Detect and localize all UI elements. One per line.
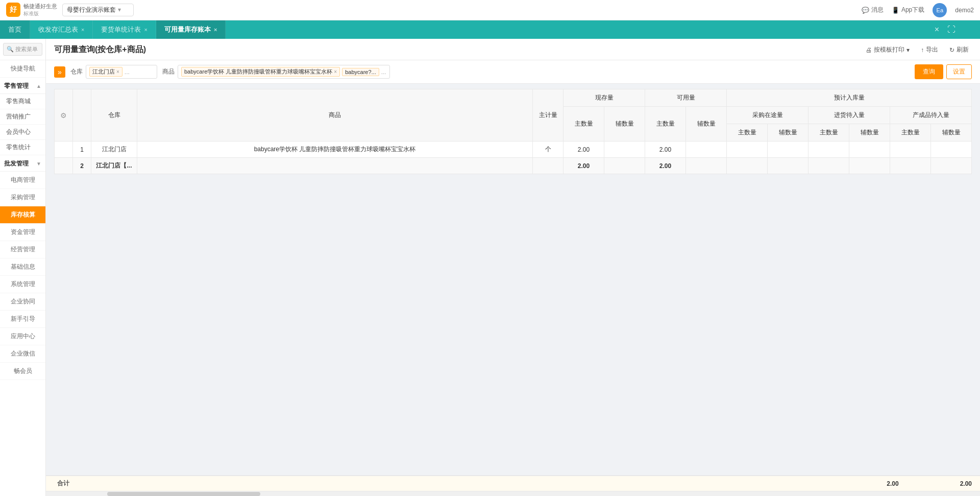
sidebar-item-retail-stats[interactable]: 零售统计 bbox=[0, 140, 45, 155]
sidebar-section-wholesale[interactable]: 批发管理 ▼ bbox=[0, 155, 45, 172]
filter-expand-button[interactable]: » bbox=[54, 66, 65, 78]
tab-home[interactable]: 首页 bbox=[0, 20, 30, 39]
tab-available-stock[interactable]: 可用量库存账本 × bbox=[156, 20, 226, 39]
col-current-main-header: 主数量 bbox=[564, 107, 604, 141]
row2-purchase-aux bbox=[768, 158, 808, 174]
sidebar-item-business[interactable]: 经营管理 bbox=[0, 241, 45, 258]
messages-label: 消息 bbox=[871, 6, 884, 14]
sidebar-item-member[interactable]: 畅会员 bbox=[0, 363, 45, 380]
sidebar-item-purchase[interactable]: 采购管理 bbox=[0, 189, 45, 206]
tab-order-stats-close[interactable]: × bbox=[144, 27, 147, 33]
logo-text: 畅捷通好生意 bbox=[23, 3, 57, 10]
row1-incoming-aux bbox=[849, 141, 890, 158]
row2-available-main: 2.00 bbox=[645, 158, 686, 174]
sidebar: 🔍 搜索菜单 快捷导航 零售管理 ▲ 零售商城 营销推广 会员中心 零售统计 批… bbox=[0, 39, 46, 496]
sidebar-item-quick-nav[interactable]: 快捷导航 bbox=[0, 60, 45, 78]
sidebar-item-app-center[interactable]: 应用中心 bbox=[0, 328, 45, 345]
footer-current-main-total: 2.00 bbox=[887, 480, 898, 487]
table-settings-icon[interactable]: ⚙ bbox=[60, 111, 67, 120]
row1-product-main bbox=[890, 141, 931, 158]
tab-receivable-label: 收发存汇总表 bbox=[38, 25, 78, 34]
table-row: 2 江北门店【... 2.00 2.00 bbox=[55, 158, 972, 174]
logo-icon: 好 bbox=[6, 3, 20, 17]
product-tag1: babycare学饮杯 儿童防摔防撞吸管杯重力球吸嘴杯宝宝水杯 × bbox=[181, 67, 340, 77]
top-bar: 好 畅捷通好生意 标准版 母婴行业演示账套 ▾ 💬 消息 📱 App下载 Ea … bbox=[0, 0, 980, 20]
page-title: 可用量查询(按仓库+商品) bbox=[54, 44, 146, 55]
sidebar-item-enterprise-wechat[interactable]: 企业微信 bbox=[0, 345, 45, 363]
table-footer: 合计 2.00 2.00 bbox=[46, 475, 980, 491]
col-product-pending-header: 产成品待入量 bbox=[890, 107, 972, 124]
col-product-header: 商品 bbox=[137, 89, 533, 141]
col-purchase-main-header: 主数量 bbox=[727, 124, 768, 141]
tab-receivable-close[interactable]: × bbox=[81, 27, 84, 33]
filter-actions: 查询 设置 bbox=[915, 64, 972, 79]
warehouse-more[interactable]: ... bbox=[125, 68, 130, 76]
sidebar-item-basic-info[interactable]: 基础信息 bbox=[0, 258, 45, 276]
sidebar-item-finance[interactable]: 资金管理 bbox=[0, 224, 45, 241]
tabs-close-all-button[interactable]: × bbox=[930, 25, 943, 34]
product-tag1-close[interactable]: × bbox=[334, 69, 337, 75]
row1-available-main: 2.00 bbox=[645, 141, 686, 158]
product-filter: 商品 babycare学饮杯 儿童防摔防撞吸管杯重力球吸嘴杯宝宝水杯 × bab… bbox=[162, 65, 390, 79]
sidebar-item-ecommerce[interactable]: 电商管理 bbox=[0, 172, 45, 189]
chevron-up-icon: ▲ bbox=[36, 83, 41, 89]
industry-label: 母婴行业演示账套 bbox=[67, 6, 116, 14]
sidebar-item-new-guide[interactable]: 新手引导 bbox=[0, 311, 45, 328]
sidebar-item-marketing[interactable]: 营销推广 bbox=[0, 109, 45, 125]
nav-tabs-actions: × ⛶ bbox=[930, 20, 960, 39]
messages-button[interactable]: 💬 消息 bbox=[862, 6, 884, 14]
tabs-expand-button[interactable]: ⛶ bbox=[943, 25, 960, 34]
product-more[interactable]: ... bbox=[381, 68, 386, 76]
page-actions: 🖨 按模板打印 ▾ ↑ 导出 ↻ 刷新 bbox=[863, 44, 972, 56]
avatar[interactable]: Ea bbox=[933, 3, 947, 17]
top-bar-right: 💬 消息 📱 App下载 Ea demo2 bbox=[862, 3, 974, 17]
sidebar-item-enterprise[interactable]: 企业协同 bbox=[0, 293, 45, 311]
row1-purchase-aux bbox=[768, 141, 808, 158]
data-table: ⚙ 仓库 商品 主计量 现存量 可用量 预计入库量 主数量 辅数量 主数量 bbox=[54, 89, 972, 174]
sidebar-item-retail-shop[interactable]: 零售商城 bbox=[0, 94, 45, 109]
user-name[interactable]: demo2 bbox=[955, 7, 974, 14]
table-scrollbar-thumb[interactable] bbox=[107, 492, 260, 496]
filter-bar: » 仓库 江北门店 × ... 商品 babycare学饮杯 儿童防摔防撞吸管杯… bbox=[46, 60, 980, 84]
row1-settings bbox=[55, 141, 73, 158]
table-row: 1 江北门店 babycare学饮杯 儿童防摔防撞吸管杯重力球吸嘴杯宝宝水杯 个… bbox=[55, 141, 972, 158]
product-input[interactable]: babycare学饮杯 儿童防摔防撞吸管杯重力球吸嘴杯宝宝水杯 × babyca… bbox=[178, 65, 390, 79]
app-download-button[interactable]: 📱 App下载 bbox=[892, 6, 924, 14]
query-button[interactable]: 查询 bbox=[915, 64, 943, 79]
product-tag2: babycare?... bbox=[342, 68, 379, 76]
sidebar-item-inventory[interactable]: 库存核算 bbox=[0, 206, 45, 224]
sidebar-item-member-center[interactable]: 会员中心 bbox=[0, 125, 45, 140]
row1-current-main: 2.00 bbox=[564, 141, 604, 158]
tab-order-stats[interactable]: 要货单统计表 × bbox=[93, 20, 156, 39]
warehouse-tag: 江北门店 × bbox=[89, 67, 122, 77]
industry-select[interactable]: 母婴行业演示账套 ▾ bbox=[62, 4, 134, 16]
col-product-main-header: 主数量 bbox=[890, 124, 931, 141]
row1-product-aux bbox=[931, 141, 972, 158]
tab-receivable[interactable]: 收发存汇总表 × bbox=[30, 20, 93, 39]
export-button[interactable]: ↑ 导出 bbox=[918, 44, 941, 56]
product-label: 商品 bbox=[162, 67, 175, 76]
print-button[interactable]: 🖨 按模板打印 ▾ bbox=[863, 44, 913, 56]
tab-available-stock-close[interactable]: × bbox=[214, 27, 217, 33]
sidebar-section-retail[interactable]: 零售管理 ▲ bbox=[0, 78, 45, 94]
logo-subtext: 标准版 bbox=[23, 10, 57, 17]
top-bar-left: 好 畅捷通好生意 标准版 母婴行业演示账套 ▾ bbox=[6, 3, 134, 17]
settings-button[interactable]: 设置 bbox=[946, 64, 972, 79]
table-scrollbar[interactable] bbox=[46, 491, 980, 496]
print-icon: 🖨 bbox=[866, 46, 872, 54]
col-warehouse-header: 仓库 bbox=[91, 89, 137, 141]
sidebar-search-button[interactable]: 🔍 搜索菜单 bbox=[3, 43, 42, 56]
app-download-label: App下载 bbox=[901, 6, 924, 14]
warehouse-tag-close[interactable]: × bbox=[116, 69, 119, 75]
table-container: ⚙ 仓库 商品 主计量 现存量 可用量 预计入库量 主数量 辅数量 主数量 bbox=[46, 84, 980, 475]
warehouse-input[interactable]: 江北门店 × ... bbox=[86, 65, 157, 79]
nav-tabs: 首页 收发存汇总表 × 要货单统计表 × 可用量库存账本 × × ⛶ bbox=[0, 20, 980, 39]
search-placeholder: 搜索菜单 bbox=[15, 46, 38, 52]
refresh-button[interactable]: ↻ 刷新 bbox=[946, 44, 972, 56]
tab-available-stock-label: 可用量库存账本 bbox=[164, 25, 211, 34]
col-settings-header: ⚙ bbox=[55, 89, 73, 141]
col-product-aux-header: 辅数量 bbox=[931, 124, 972, 141]
sidebar-item-system[interactable]: 系统管理 bbox=[0, 276, 45, 293]
main-layout: 🔍 搜索菜单 快捷导航 零售管理 ▲ 零售商城 营销推广 会员中心 零售统计 批… bbox=[0, 39, 980, 496]
print-chevron-icon: ▾ bbox=[906, 46, 910, 54]
